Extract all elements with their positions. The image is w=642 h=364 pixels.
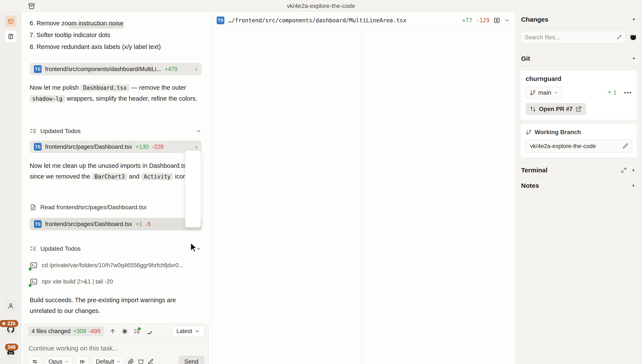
terminal-command-row[interactable]: cd /private/var/folders/10/h7w0q46556ggr… [30, 261, 202, 269]
chevron-down-icon [554, 90, 558, 95]
terminal-box-icon [30, 261, 38, 269]
notes-section-header[interactable]: Notes [515, 178, 642, 194]
commits-ahead: 1 [607, 89, 617, 96]
assistant-message: Now let me clean up the unused imports i… [30, 160, 202, 182]
file-path: frontend/src/components/dashboard/MultiL… [45, 66, 161, 72]
chevron-down-icon [194, 328, 200, 334]
rail-github-button[interactable]: ★ 22k [5, 324, 17, 335]
branch-name: main [538, 89, 551, 96]
file-diff-chip[interactable]: TS frontend/src/pages/Dashboard.tsx +130… [30, 140, 202, 153]
triangle-down-icon[interactable] [631, 17, 636, 22]
terminal-section-header[interactable]: Terminal [515, 162, 642, 178]
repo-card: churnguard main 1 ••• Open PR #7 [520, 70, 637, 120]
rail-workspace-button[interactable] [5, 16, 17, 27]
more-menu-icon[interactable]: ••• [624, 89, 632, 96]
read-file-row[interactable]: Read frontend/src/pages/Dashboard.tsx [30, 204, 202, 211]
repo-name: churnguard [526, 75, 632, 82]
changes-section-header[interactable]: Changes [515, 12, 642, 27]
read-file-label: Read frontend/src/pages/Dashboard.tsx [40, 204, 147, 211]
removed-count: -228 [152, 144, 164, 150]
changes-file-tree [515, 46, 642, 51]
ts-file-icon: TS [217, 16, 224, 24]
mode-dropdown[interactable]: Default [92, 356, 125, 364]
removed-count: -5 [146, 221, 151, 228]
file-diff-chip[interactable]: TS frontend/src/components/dashboard/Mul… [30, 63, 202, 75]
success-dot [29, 268, 32, 271]
triangle-down-icon[interactable] [631, 56, 636, 61]
arrow-up-icon [607, 90, 612, 96]
chevron-right-icon: › [195, 66, 197, 72]
success-dot [29, 284, 32, 287]
edit-pencil-icon[interactable] [622, 143, 628, 149]
fast-forward-button[interactable] [76, 356, 89, 364]
model-dropdown[interactable]: Opus [45, 356, 73, 364]
mode-label: Default [96, 358, 115, 364]
file-path: frontend/src/pages/Dashboard.tsx [45, 144, 132, 150]
triangle-right-icon[interactable] [631, 168, 636, 173]
window-titlebar: vk/4e2a-explore-the-code [0, 0, 642, 12]
spark-icon[interactable] [122, 328, 128, 334]
fast-forward-icon [80, 359, 85, 364]
rail-account-button[interactable] [5, 300, 17, 312]
latest-label: Latest [176, 328, 192, 334]
diff-view-icon[interactable] [493, 17, 500, 24]
collapse-tree-icon[interactable] [616, 34, 622, 40]
discord-badge: 346 [5, 344, 18, 351]
chevron-down-icon [116, 360, 121, 364]
assistant-message: Build succeeds. The pre-existing import … [30, 295, 202, 316]
changes-title: Changes [521, 16, 548, 23]
git-title: Git [521, 55, 530, 62]
rail-discord-button[interactable]: 346 [5, 347, 17, 359]
terminal-command-row[interactable]: npx vite build 2>&1 | tail -20 [30, 278, 202, 286]
settings-sliders-button[interactable] [28, 356, 42, 364]
git-section-header[interactable]: Git [515, 51, 642, 66]
search-input[interactable] [520, 31, 626, 44]
arrow-up-icon[interactable] [110, 328, 116, 334]
window-title: vk/4e2a-explore-the-code [0, 0, 642, 12]
assistant-message: Now let me polish Dashboard.tsx — remove… [30, 82, 202, 104]
git-branch-icon [526, 129, 532, 135]
working-branch-input[interactable] [526, 140, 632, 153]
todo-status-dot [138, 327, 141, 330]
composer-status-row: 4 files changed +308 -499 Latest [24, 324, 209, 339]
file-diff-chip[interactable]: TS frontend/src/pages/Dashboard.tsx +1 -… [30, 218, 202, 230]
ts-file-icon: TS [34, 143, 42, 151]
added-count: +479 [165, 66, 178, 72]
git-branch-icon [530, 90, 536, 96]
spinner-icon [146, 328, 152, 334]
paperclip-icon[interactable] [128, 358, 134, 364]
terminal-title: Terminal [521, 166, 547, 174]
chevron-down-icon[interactable] [196, 128, 202, 134]
open-pr-button[interactable]: Open PR #7 [526, 103, 586, 115]
diff-file-path: …/frontend/src/components/dashboard/Mult… [228, 17, 406, 24]
cat-icon[interactable] [138, 358, 144, 364]
checklist-icon [30, 128, 37, 134]
updated-todos-row[interactable]: Updated Todos [30, 128, 202, 134]
files-changed-chip[interactable]: 4 files changed +308 -499 [28, 326, 104, 336]
file-search-row [515, 27, 642, 46]
right-sidebar: Changes Git churnguard main 1 ••• Open P… [515, 12, 642, 364]
rail-kanban-button[interactable] [5, 31, 17, 42]
pen-icon[interactable] [148, 358, 154, 364]
removed-count: -499 [89, 328, 100, 334]
expand-icon[interactable] [621, 168, 626, 173]
added-count: +1 [136, 221, 142, 228]
updated-todos-label: Updated Todos [40, 245, 81, 252]
send-button[interactable]: Send [179, 356, 204, 364]
layout-icon [7, 18, 14, 25]
chevron-down-icon[interactable] [504, 18, 510, 24]
composer-controls: Opus Default Send [24, 356, 209, 364]
cat-filter-icon[interactable] [629, 33, 637, 42]
diff-removed-count: -129 [476, 17, 489, 24]
branch-dropdown[interactable]: main [526, 87, 562, 99]
chat-input[interactable] [24, 339, 209, 356]
app-rail: ★ 22k 346 [0, 12, 22, 364]
mouse-cursor [189, 242, 198, 253]
updated-todos-row[interactable]: Updated Todos [30, 245, 202, 252]
person-icon [7, 302, 14, 309]
latest-dropdown[interactable]: Latest [172, 326, 204, 337]
diff-panel: TS …/frontend/src/components/dashboard/M… [212, 12, 515, 364]
triangle-right-icon[interactable] [631, 183, 636, 188]
chevron-down-icon [65, 360, 69, 364]
github-stars-badge: ★ 22k [0, 320, 18, 327]
